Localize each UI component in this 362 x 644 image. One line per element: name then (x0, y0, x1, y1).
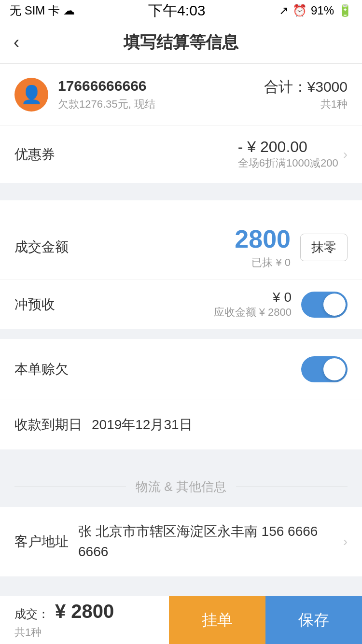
address-label: 客户地址 (14, 532, 69, 551)
status-left: 无 SIM 卡 ☁ (10, 3, 75, 18)
customer-right: 合计：¥3000 共1种 (264, 77, 348, 112)
prepay-amount-block: ¥ 0 应收金额 ¥ 2800 (214, 290, 292, 320)
debit-toggle[interactable] (301, 356, 348, 382)
amount-value-block: 2800 已抹 ¥ 0 抹零 (235, 224, 348, 270)
due-date-value: 2019年12月31日 (92, 416, 193, 434)
back-button[interactable]: ‹ (14, 32, 19, 53)
prepay-label: 冲预收 (14, 295, 55, 314)
chevron-right-icon: › (343, 147, 348, 162)
page-title: 填写结算等信息 (124, 31, 238, 54)
debit-card: 本单赊欠 收款到期日 2019年12月31日 (0, 339, 362, 449)
coupon-detail: 全场6折满1000减200 (238, 156, 338, 170)
address-row[interactable]: 客户地址 张 北京市市辖区海淀区永丰南 156 6666 6666 › (0, 507, 362, 576)
logistics-title: 物流 & 其他信息 (136, 478, 226, 495)
amount-number: 2800 (235, 224, 291, 253)
debit-toggle-knob (323, 358, 346, 380)
address-chevron-icon: › (343, 534, 348, 549)
bottom-bar: 成交： ¥ 2800 共1种 挂单 保存 (0, 596, 362, 644)
bottom-info: 成交： ¥ 2800 共1种 (0, 601, 169, 640)
transaction-amount-label: 成交金额 (14, 238, 69, 256)
amount-number-block: 2800 已抹 ¥ 0 (235, 224, 291, 270)
customer-debt: 欠款1276.35元, 现结 (58, 97, 155, 112)
main-content: 👤 17666666666 欠款1276.35元, 现结 合计：¥3000 共1… (0, 64, 362, 644)
location-icon: ↗ (279, 4, 289, 17)
divider-3 (0, 457, 362, 467)
logistics-header: 物流 & 其他信息 (0, 467, 362, 507)
toggle-knob (323, 294, 346, 316)
bottom-total-amount: ¥ 2800 (55, 601, 114, 622)
customer-phone: 17666666666 (58, 78, 155, 94)
due-date-row: 收款到期日 2019年12月31日 (0, 400, 362, 449)
total-amount: 合计：¥3000 (264, 77, 348, 97)
round-zero-button[interactable]: 抹零 (300, 234, 348, 261)
avatar: 👤 (14, 78, 48, 112)
coupon-label: 优惠券 (14, 145, 55, 164)
prepay-amount: ¥ 0 (214, 290, 292, 305)
divider-1 (0, 191, 362, 200)
battery-level: 91% (311, 4, 334, 17)
bottom-total-label: 成交： (14, 606, 49, 622)
coupon-row[interactable]: 优惠券 - ¥ 200.00 全场6折满1000减200 › (0, 125, 362, 183)
customer-info: 17666666666 欠款1276.35元, 现结 (58, 78, 155, 112)
coupon-amount-block: - ¥ 200.00 全场6折满1000减200 (238, 138, 338, 170)
prepay-sub: 应收金额 ¥ 2800 (214, 305, 292, 320)
status-right: ↗ ⏰ 91% 🔋 (279, 4, 352, 17)
address-content: 张 北京市市辖区海淀区永丰南 156 6666 6666 (78, 521, 334, 562)
logistics-line-right (236, 487, 348, 487)
customer-left: 👤 17666666666 欠款1276.35元, 现结 (14, 78, 155, 112)
customer-card: 👤 17666666666 欠款1276.35元, 现结 合计：¥3000 共1… (0, 64, 362, 183)
debit-row: 本单赊欠 (0, 339, 362, 400)
prepay-row: 冲预收 ¥ 0 应收金额 ¥ 2800 (0, 280, 362, 329)
page-header: ‹ 填写结算等信息 (0, 21, 362, 64)
customer-row: 👤 17666666666 欠款1276.35元, 现结 合计：¥3000 共1… (0, 64, 362, 125)
prepay-right: ¥ 0 应收金额 ¥ 2800 (214, 290, 348, 320)
divider-2 (0, 329, 362, 339)
coupon-right: - ¥ 200.00 全场6折满1000减200 › (238, 138, 348, 170)
status-time: 下午4:03 (148, 1, 205, 21)
bottom-total-row: 成交： ¥ 2800 (14, 601, 154, 622)
battery-icon: 🔋 (338, 4, 352, 17)
bottom-count: 共1种 (14, 625, 154, 640)
alarm-icon: ⏰ (292, 4, 307, 17)
pending-button[interactable]: 挂单 (169, 596, 265, 644)
total-count: 共1种 (264, 97, 348, 112)
prepay-toggle[interactable] (301, 292, 348, 318)
debit-label: 本单赊欠 (14, 360, 69, 378)
sim-status: 无 SIM 卡 ☁ (10, 3, 75, 18)
coupon-discount: - ¥ 200.00 (238, 138, 338, 156)
logistics-line-left (14, 487, 126, 487)
amount-row: 成交金额 2800 已抹 ¥ 0 抹零 (14, 215, 348, 280)
amount-sub: 已抹 ¥ 0 (235, 255, 291, 270)
avatar-icon: 👤 (21, 84, 42, 105)
amount-section: 成交金额 2800 已抹 ¥ 0 抹零 (0, 200, 362, 280)
address-card: 客户地址 张 北京市市辖区海淀区永丰南 156 6666 6666 › (0, 507, 362, 576)
due-date-label: 收款到期日 (14, 416, 82, 434)
status-bar: 无 SIM 卡 ☁ 下午4:03 ↗ ⏰ 91% 🔋 (0, 0, 362, 21)
save-button[interactable]: 保存 (265, 596, 362, 644)
